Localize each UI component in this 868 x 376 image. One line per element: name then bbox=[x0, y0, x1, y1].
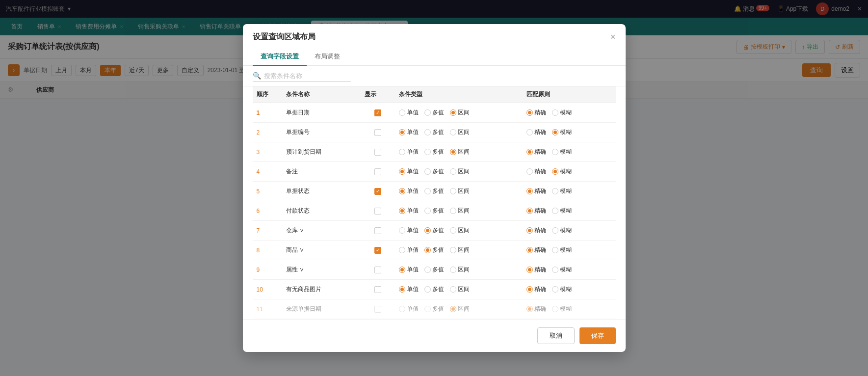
tab-layout-label: 布局调整 bbox=[315, 53, 340, 60]
col-name: 条件名称 bbox=[282, 90, 361, 99]
search-input-wrap: 🔍 bbox=[253, 72, 351, 82]
search-icon: 🔍 bbox=[253, 72, 261, 80]
dialog-table: 顺序 条件名称 显示 条件类型 匹配原则 1单据日期✓单值多值区间精确模糊2单据… bbox=[243, 86, 626, 99]
col-display: 显示 bbox=[361, 90, 395, 99]
dialog-close-button[interactable]: × bbox=[610, 32, 616, 42]
dialog-title: 设置查询区域布局 bbox=[253, 32, 316, 42]
table-header-row: 顺序 条件名称 显示 条件类型 匹配原则 bbox=[253, 86, 616, 99]
search-input[interactable] bbox=[264, 72, 342, 80]
tab-query-fields-label: 查询字段设置 bbox=[261, 53, 299, 60]
settings-dialog: 设置查询区域布局 × 查询字段设置 布局调整 🔍 顺序 条件名称 显示 bbox=[243, 24, 626, 99]
search-row: 🔍 bbox=[243, 66, 626, 86]
tab-query-fields[interactable]: 查询字段设置 bbox=[253, 48, 307, 66]
col-type: 条件类型 bbox=[395, 90, 523, 99]
col-match: 匹配原则 bbox=[523, 90, 621, 99]
dialog-tabs: 查询字段设置 布局调整 bbox=[243, 48, 626, 66]
tab-layout[interactable]: 布局调整 bbox=[307, 48, 348, 66]
dialog-header: 设置查询区域布局 × bbox=[243, 24, 626, 42]
modal-overlay: 设置查询区域布局 × 查询字段设置 布局调整 🔍 顺序 条件名称 显示 bbox=[0, 0, 868, 99]
col-order: 顺序 bbox=[253, 90, 282, 99]
